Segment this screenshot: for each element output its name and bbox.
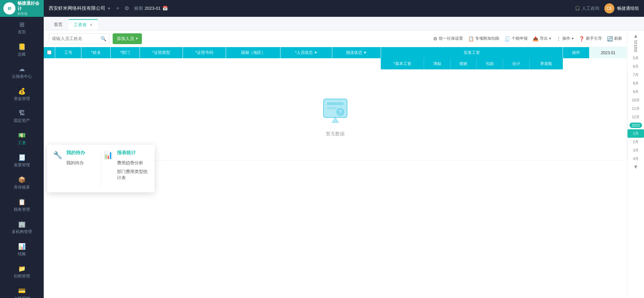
- search-icon[interactable]: 🔍: [101, 36, 106, 41]
- report-section-content: 报表统计 费用趋势分析 部门费用类型统计表: [117, 150, 150, 182]
- tab-home[interactable]: 首页: [49, 19, 68, 30]
- support-button[interactable]: 🎧 人工咨询: [575, 5, 599, 11]
- add-company-button[interactable]: ＋: [115, 5, 120, 12]
- sidebar-item-general-ledger[interactable]: 📒 总账: [0, 39, 44, 61]
- settings-button[interactable]: ⚙: [124, 5, 129, 11]
- report-section-title[interactable]: 报表统计: [117, 150, 150, 156]
- export-dropdown-icon: ▾: [549, 36, 551, 41]
- select-all-checkbox[interactable]: [47, 50, 51, 55]
- tab-close-icon[interactable]: ✕: [89, 23, 93, 27]
- todo-section-icon: 🔧: [52, 150, 63, 161]
- chevron-down-icon: ▾: [108, 6, 110, 11]
- logo-icon-text: 好: [8, 6, 11, 11]
- company-selector[interactable]: 西安虾米网络科技有限公司 ▾: [49, 5, 110, 11]
- salary-table: 工号 *姓名 *部门 *证照类型 *证照号码 国籍（地区） *人员状态 ▼: [44, 47, 627, 160]
- ledger-icon: 📒: [18, 43, 26, 51]
- dropdown-arrow-icon: ▾: [136, 36, 138, 41]
- timeline-month-9[interactable]: 9月: [628, 88, 644, 96]
- header-id-no: *证照号码: [183, 47, 226, 58]
- multi-org-icon: 🏢: [18, 221, 26, 228]
- header-operations: 操作: [563, 47, 589, 58]
- report-filter-icon[interactable]: ▼: [363, 51, 367, 55]
- operations-button[interactable]: ⋮ 操作 ▾: [556, 36, 574, 41]
- sidebar-item-home[interactable]: ⊞ 首页: [0, 17, 44, 39]
- refresh-button[interactable]: 🔄 刷新: [607, 36, 622, 41]
- todo-section-title[interactable]: 我的待办: [66, 150, 85, 156]
- search-input[interactable]: [52, 36, 101, 41]
- timeline-month-3[interactable]: 3月: [628, 146, 644, 155]
- timeline-month-6[interactable]: 6月: [628, 62, 644, 71]
- right-timeline: ▲ 2023.01 5月 6月 7月 8月 9月 10月 11月 12月 202…: [627, 30, 644, 298]
- header-report-status: 报送状态 ▼: [332, 47, 381, 58]
- timeline-prev-button[interactable]: ▲: [633, 32, 639, 40]
- timeline-month-8[interactable]: 8月: [628, 79, 644, 88]
- timeline-period-header: 2023.01: [634, 40, 638, 52]
- sub-header-deduction: 扣款: [477, 58, 503, 69]
- header-nationality: 国籍（地区）: [226, 47, 280, 58]
- todo-section-content: 我的待办 我的待办: [66, 150, 85, 167]
- company-name: 西安虾米网络科技有限公司: [49, 5, 105, 11]
- sidebar-item-fixed-assets[interactable]: 🏗 固定资产: [0, 106, 44, 128]
- logo-text-block: 畅捷通好会计 财务版: [17, 1, 40, 16]
- sidebar-item-close-account[interactable]: 📊 结账: [0, 239, 44, 261]
- header-dept: *部门: [111, 47, 140, 58]
- header-name: *姓名: [81, 47, 111, 58]
- timeline-month-10[interactable]: 10月: [628, 96, 644, 104]
- report-item-2[interactable]: 部门费用类型统计表: [117, 167, 150, 182]
- timeline-month-2[interactable]: 2月: [628, 138, 644, 146]
- sidebar-item-archive[interactable]: 📁 归档管理: [0, 261, 44, 283]
- header-status: *人员状态 ▼: [280, 47, 332, 58]
- app-logo[interactable]: 好 畅捷通好会计 财务版: [0, 0, 44, 17]
- sidebar-item-funds[interactable]: 💰 资金管理: [0, 84, 44, 106]
- social-insurance-button[interactable]: ⚙ 统一社保设置: [433, 36, 463, 41]
- header-checkbox-cell: [44, 47, 55, 58]
- special-deduction-button[interactable]: 📋 专项附加扣除: [468, 36, 499, 41]
- export-button[interactable]: 📤 导出 ▾: [533, 36, 551, 41]
- sidebar-label-assets: 固定资产: [14, 118, 30, 124]
- guide-button[interactable]: ❓ 新手引导: [579, 36, 602, 41]
- calendar-icon[interactable]: 📅: [162, 6, 168, 11]
- sidebar-label-inventory: 库存核算: [14, 185, 30, 190]
- table-header-row: 工号 *姓名 *部门 *证照类型 *证照号码 国籍（地区） *人员状态 ▼: [44, 47, 627, 58]
- timeline-month-12[interactable]: 12月: [628, 113, 644, 121]
- sidebar-item-expense[interactable]: 💳 小畅报销: [0, 283, 44, 298]
- user-info[interactable]: CE 畅捷通组组: [604, 3, 639, 13]
- toolbar-actions: ⚙ 统一社保设置 📋 专项附加扣除 🧾 个税申报 📤: [433, 36, 622, 41]
- popup-section-todo: 🔧 我的待办 我的待办: [52, 150, 99, 167]
- sidebar-item-inventory[interactable]: 📦 库存核算: [0, 172, 44, 194]
- sidebar-item-salary[interactable]: 💵 工资: [0, 128, 44, 150]
- archive-icon: 📁: [18, 265, 26, 272]
- timeline-month-4[interactable]: 4月: [628, 155, 644, 163]
- sidebar-item-tax[interactable]: 📋 税务管理: [0, 194, 44, 217]
- tax-report-icon: 🧾: [504, 36, 510, 41]
- timeline-year-badge: 2023: [630, 123, 642, 128]
- sidebar-item-multi-org[interactable]: 🏢 多机构管理: [0, 217, 44, 239]
- timeline-month-7[interactable]: 7月: [628, 71, 644, 79]
- tax-report-button[interactable]: 🧾 个税申报: [504, 36, 528, 41]
- todo-item-1[interactable]: 我的待办: [66, 159, 85, 167]
- add-person-button[interactable]: 添加人员 ▾: [113, 33, 142, 44]
- popup-col-todo: 🔧 我的待办 我的待办: [52, 150, 99, 187]
- home-icon: ⊞: [20, 21, 25, 28]
- funds-icon: 💰: [18, 88, 26, 95]
- sidebar-label-archive: 归档管理: [14, 273, 30, 279]
- report-item-1[interactable]: 费用趋势分析: [117, 159, 150, 167]
- sidebar-item-cloud-report[interactable]: ☁ 云报表中心: [0, 61, 44, 84]
- period-value: 2023-01: [145, 6, 161, 11]
- timeline-month-1[interactable]: 1月: [628, 129, 644, 138]
- tab-home-label: 首页: [54, 22, 63, 28]
- sidebar-item-invoice[interactable]: 🧾 发票管理: [0, 150, 44, 172]
- timeline-month-5[interactable]: 5月: [628, 54, 644, 62]
- sidebar-label-home: 首页: [18, 29, 26, 35]
- timeline-next-button[interactable]: ▼: [633, 163, 639, 171]
- status-filter-icon[interactable]: ▼: [314, 51, 317, 55]
- empty-text: 暂无数据: [326, 131, 345, 137]
- header-actions: ＋ ⚙: [115, 5, 129, 12]
- search-wrap: 🔍: [49, 33, 109, 44]
- logo-icon: 好: [3, 2, 15, 14]
- user-name: 畅捷通组组: [617, 5, 639, 11]
- tab-salary[interactable]: 工资表 ✕: [69, 19, 98, 30]
- sidebar-label-close-account: 结账: [18, 251, 26, 257]
- timeline-month-11[interactable]: 11月: [628, 104, 644, 113]
- sub-header-performance: 绩效: [450, 58, 477, 69]
